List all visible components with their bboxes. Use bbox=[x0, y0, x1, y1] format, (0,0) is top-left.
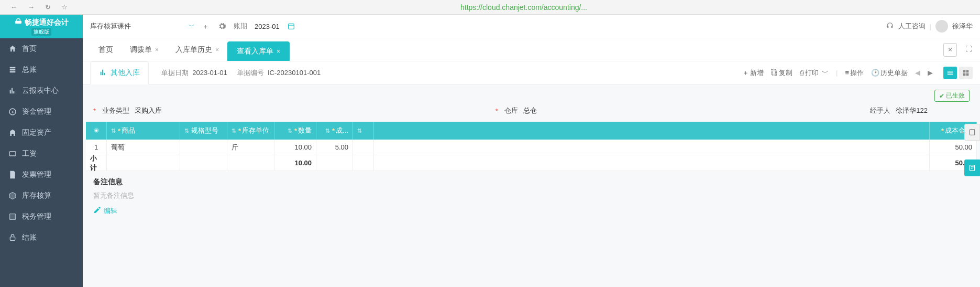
sidebar-item-funds[interactable]: ¥资金管理 bbox=[0, 101, 83, 122]
sidebar-item-tax[interactable]: 税务管理 bbox=[0, 206, 83, 227]
doc-header: 其他入库 单据日期 2023-01-01 单据编号 IC-20230101-00… bbox=[83, 61, 980, 84]
help-link[interactable]: 人工咨询 bbox=[898, 22, 926, 31]
tab-view-inbound[interactable]: 查看入库单× bbox=[227, 41, 290, 61]
sidebar-item-assets[interactable]: 固定资产 bbox=[0, 122, 83, 143]
check-icon: ✔ bbox=[939, 92, 944, 100]
remark-title: 备注信息 bbox=[93, 177, 970, 187]
sidebar-item-ledger[interactable]: 总账 bbox=[0, 59, 83, 80]
sidebar-item-home[interactable]: 首页 bbox=[0, 38, 83, 59]
lock-icon bbox=[8, 233, 17, 242]
topbar: 库存核算课件 ﹀ ＋ 账期 2023-01 人工咨询 | 徐泽华 bbox=[83, 15, 980, 38]
nav-refresh-icon[interactable]: ↻ bbox=[45, 3, 51, 11]
sidebar-item-reports[interactable]: 云报表中心 bbox=[0, 80, 83, 101]
sidebar-item-label: 结账 bbox=[22, 233, 37, 242]
cell-fill bbox=[374, 140, 930, 155]
sidebar-item-invoice[interactable]: 发票管理 bbox=[0, 164, 83, 185]
period-label: 账期 bbox=[234, 22, 247, 31]
remark-edit-button[interactable]: 编辑 bbox=[93, 206, 970, 216]
user-name[interactable]: 徐泽华 bbox=[952, 22, 973, 31]
box-icon bbox=[8, 192, 17, 200]
cell-subtotal-qty: 10.00 bbox=[274, 155, 316, 171]
col-unit[interactable]: *库存单位 bbox=[227, 122, 274, 140]
table-row[interactable]: 1 葡萄 斤 10.00 5.00 50.00 bbox=[86, 140, 977, 155]
prev-icon[interactable]: ◀ bbox=[915, 69, 920, 77]
close-all-button[interactable]: × bbox=[943, 43, 957, 57]
gear-icon[interactable] bbox=[218, 22, 226, 30]
field-warehouse: *仓库 总仓 bbox=[495, 106, 537, 115]
building-icon bbox=[8, 129, 17, 137]
barchart-icon bbox=[99, 68, 107, 78]
close-icon[interactable]: × bbox=[277, 48, 280, 55]
cell-cost: 5.00 bbox=[316, 140, 353, 155]
form-row: *业务类型 采购入库 *仓库 总仓 经手人 徐泽华122 bbox=[83, 102, 980, 122]
cell-product: 葡萄 bbox=[107, 140, 180, 155]
note-icon[interactable] bbox=[964, 124, 980, 141]
ops-button[interactable]: ≡操作 bbox=[845, 68, 864, 78]
svg-rect-4 bbox=[288, 24, 294, 29]
feedback-icon[interactable] bbox=[964, 160, 980, 176]
history-button[interactable]: 🕑历史单据 bbox=[871, 68, 908, 78]
address-bar[interactable]: https://cloud.chanjet.com/accounting/... bbox=[78, 3, 970, 12]
col-product[interactable]: *商品 bbox=[107, 122, 180, 140]
sidebar-item-close[interactable]: 结账 bbox=[0, 227, 83, 248]
tab-bar: 首页 调拨单× 入库单历史× 查看入库单× × ⛶ bbox=[83, 38, 980, 61]
col-qty[interactable]: *数量 bbox=[274, 122, 316, 140]
svg-rect-10 bbox=[970, 130, 974, 135]
new-button[interactable]: ＋新增 bbox=[742, 68, 764, 78]
close-icon[interactable]: × bbox=[155, 46, 159, 54]
nav-back-icon[interactable]: ← bbox=[10, 3, 17, 11]
sidebar-item-label: 发票管理 bbox=[22, 170, 51, 179]
money-icon: ¥ bbox=[8, 108, 17, 116]
cell-idx: 1 bbox=[86, 140, 107, 155]
next-icon[interactable]: ▶ bbox=[928, 69, 933, 77]
nav-fwd-icon[interactable]: → bbox=[28, 3, 35, 11]
no-value: IC-20230101-001 bbox=[268, 69, 321, 77]
print-button[interactable]: ⎙打印 ﹀ bbox=[800, 68, 829, 78]
remark-empty: 暂无备注信息 bbox=[93, 191, 970, 200]
tab-transfer[interactable]: 调拨单× bbox=[122, 38, 167, 61]
svg-text:¥: ¥ bbox=[12, 110, 14, 114]
expand-icon[interactable]: ⛶ bbox=[965, 45, 975, 55]
plus-icon[interactable]: ＋ bbox=[202, 22, 211, 30]
sidebar-item-label: 税务管理 bbox=[22, 212, 51, 221]
period-value[interactable]: 2023-01 bbox=[255, 23, 280, 30]
brand-block: 畅捷通好会计 旗舰版 bbox=[0, 15, 83, 38]
right-tool-strip bbox=[964, 61, 980, 176]
col-fill bbox=[374, 122, 930, 140]
sidebar-item-label: 云报表中心 bbox=[22, 86, 59, 95]
nav-star-icon[interactable]: ☆ bbox=[61, 3, 68, 11]
bookset-selector[interactable]: 库存核算课件 ﹀ bbox=[90, 22, 195, 31]
bookset-name: 库存核算课件 bbox=[90, 22, 131, 31]
sidebar-item-label: 资金管理 bbox=[22, 107, 51, 116]
svg-rect-2 bbox=[9, 152, 16, 156]
date-label: 单据日期 bbox=[161, 69, 189, 77]
cell-qty: 10.00 bbox=[274, 140, 316, 155]
table-subtotal: 小计 10.00 50.00 bbox=[86, 155, 977, 171]
invoice-icon bbox=[8, 171, 17, 179]
sidebar-item-label: 首页 bbox=[22, 44, 37, 54]
sidebar-item-salary[interactable]: 工资 bbox=[0, 143, 83, 164]
cell-blank bbox=[353, 140, 374, 155]
close-icon[interactable]: × bbox=[215, 46, 219, 54]
doc-type-tab[interactable]: 其他入库 bbox=[90, 61, 149, 84]
sidebar-item-inventory[interactable]: 库存核算 bbox=[0, 185, 83, 206]
home-icon bbox=[8, 45, 17, 53]
col-spec[interactable]: 规格型号 bbox=[180, 122, 227, 140]
tab-inbound-history[interactable]: 入库单历史× bbox=[167, 38, 227, 61]
view-list-button[interactable] bbox=[943, 67, 957, 79]
avatar[interactable] bbox=[935, 20, 948, 33]
tab-home[interactable]: 首页 bbox=[90, 38, 122, 61]
copy-button[interactable]: ⿻复制 bbox=[771, 68, 792, 78]
cell-unit: 斤 bbox=[227, 140, 274, 155]
chevron-down-icon: ﹀ bbox=[189, 22, 195, 31]
items-table: *商品 规格型号 *库存单位 *数量 *成... *成本金额 1 葡萄 斤 10… bbox=[86, 122, 977, 171]
chart-icon bbox=[8, 87, 17, 95]
tab-label: 查看入库单 bbox=[237, 47, 273, 56]
headset-icon[interactable] bbox=[886, 22, 894, 31]
col-settings[interactable] bbox=[86, 122, 107, 140]
col-blank[interactable] bbox=[353, 122, 374, 140]
sidebar: 畅捷通好会计 旗舰版 首页 总账 云报表中心 ¥资金管理 固定资产 工资 发票管… bbox=[0, 15, 83, 287]
status-text: 已生效 bbox=[946, 91, 965, 100]
col-cost[interactable]: *成... bbox=[316, 122, 353, 140]
calendar-icon[interactable] bbox=[287, 22, 295, 30]
